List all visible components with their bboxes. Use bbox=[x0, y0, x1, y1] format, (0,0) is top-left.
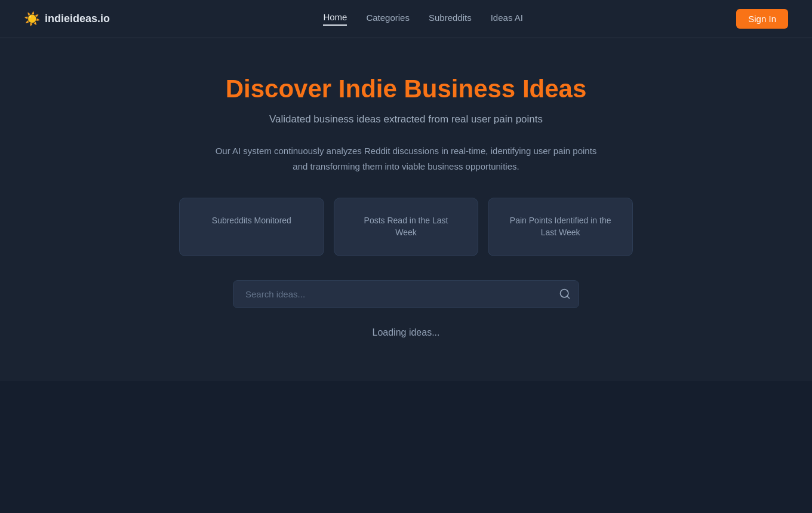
stat-card-posts: Posts Read in the Last Week bbox=[334, 198, 479, 256]
nav-right: Sign In bbox=[736, 9, 788, 29]
sign-in-button[interactable]: Sign In bbox=[736, 9, 788, 29]
stat-label-posts: Posts Read in the Last Week bbox=[364, 216, 448, 237]
nav-link-ideas-ai[interactable]: Ideas AI bbox=[491, 13, 523, 25]
search-icon bbox=[559, 288, 571, 300]
search-input[interactable] bbox=[233, 280, 579, 308]
svg-line-1 bbox=[567, 296, 570, 299]
nav-link-home[interactable]: Home bbox=[323, 12, 347, 26]
loading-indicator: Loading ideas... bbox=[373, 327, 440, 338]
logo-icon: ☀️ bbox=[24, 11, 40, 27]
hero-title: Discover Indie Business Ideas bbox=[226, 74, 587, 104]
stats-row: Subreddits Monitored Posts Read in the L… bbox=[179, 198, 633, 256]
stat-label-pain-points: Pain Points Identified in the Last Week bbox=[510, 216, 611, 237]
search-container bbox=[233, 280, 579, 308]
nav-links: Home Categories Subreddits Ideas AI bbox=[323, 12, 523, 26]
navbar: ☀️ indieideas.io Home Categories Subredd… bbox=[0, 0, 812, 38]
stat-card-subreddits: Subreddits Monitored bbox=[179, 198, 324, 256]
brand-logo[interactable]: ☀️ indieideas.io bbox=[24, 11, 110, 27]
stat-card-pain-points: Pain Points Identified in the Last Week bbox=[488, 198, 633, 256]
nav-link-subreddits[interactable]: Subreddits bbox=[429, 13, 472, 25]
hero-section: Discover Indie Business Ideas Validated … bbox=[0, 38, 812, 381]
hero-description: Our AI system continuously analyzes Redd… bbox=[209, 143, 603, 174]
hero-subtitle: Validated business ideas extracted from … bbox=[269, 113, 543, 125]
logo-text: indieideas.io bbox=[45, 13, 110, 25]
nav-link-categories[interactable]: Categories bbox=[366, 13, 410, 25]
search-button[interactable] bbox=[559, 288, 571, 300]
stat-label-subreddits: Subreddits Monitored bbox=[212, 216, 291, 225]
lower-section bbox=[0, 381, 812, 513]
